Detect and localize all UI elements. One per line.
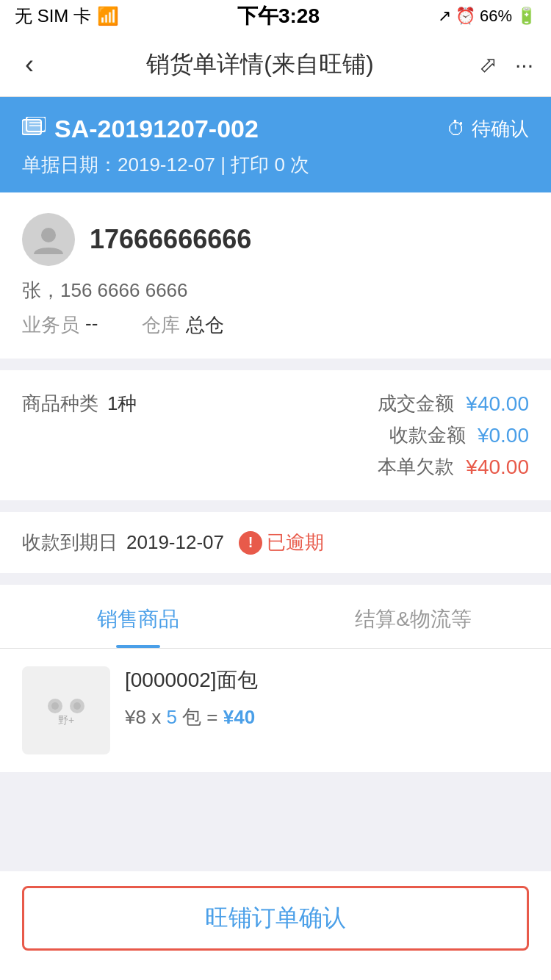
order-status: ⏱ 待确认 bbox=[447, 116, 529, 142]
order-date: 单据日期：2019-12-07 | 打印 0 次 bbox=[22, 152, 529, 178]
battery-text: 66% bbox=[480, 7, 512, 26]
warehouse: 仓库 总仓 bbox=[142, 312, 224, 338]
customer-phone: 17666666666 bbox=[90, 224, 251, 255]
product-item: 野+ [0000002]面包 ¥8 x 5 包 = ¥40 bbox=[0, 649, 551, 772]
overdue-text: 已逾期 bbox=[267, 530, 324, 555]
wifi-icon: 📶 bbox=[97, 6, 119, 26]
status-time: 下午3:28 bbox=[237, 2, 320, 30]
amount-received-value: ¥0.00 bbox=[478, 424, 529, 447]
nav-actions: ⬀ ··· bbox=[479, 51, 533, 77]
amount-owed-label: 本单欠款 bbox=[378, 454, 454, 480]
svg-text:野+: 野+ bbox=[58, 714, 74, 726]
amount-received-label: 收款金额 bbox=[389, 422, 466, 448]
warehouse-value: 总仓 bbox=[186, 312, 224, 338]
share-button[interactable]: ⬀ bbox=[479, 51, 497, 77]
bottom-bar: 旺铺订单确认 bbox=[0, 871, 551, 980]
page-title: 销货单详情(来自旺铺) bbox=[41, 48, 479, 81]
order-header-banner: SA-20191207-002 ⏱ 待确认 单据日期：2019-12-07 | … bbox=[0, 97, 551, 192]
amount-deal-value: ¥40.00 bbox=[466, 392, 529, 416]
sales-rep-value: -- bbox=[85, 312, 98, 338]
back-button[interactable]: ‹ bbox=[18, 42, 41, 87]
confirm-order-button[interactable]: 旺铺订单确认 bbox=[22, 886, 529, 951]
alarm-icon: ⏰ bbox=[455, 7, 475, 26]
tabs-header: 销售商品 结算&物流等 bbox=[0, 585, 551, 649]
status-bar: 无 SIM 卡 📶 下午3:28 ↗ ⏰ 66% 🔋 bbox=[0, 0, 551, 32]
location-icon: ↗ bbox=[438, 7, 451, 26]
amount-deal-label: 成交金额 bbox=[378, 391, 454, 417]
order-id: SA-20191207-002 bbox=[22, 115, 259, 143]
amount-deal: 成交金额 ¥40.00 bbox=[378, 391, 529, 417]
product-multiply: x bbox=[151, 706, 166, 728]
svg-point-4 bbox=[41, 228, 56, 242]
product-equals: = bbox=[206, 706, 223, 728]
status-right: ↗ ⏰ 66% 🔋 bbox=[438, 7, 536, 26]
summary-section: 商品种类 1种 成交金额 ¥40.00 收款金额 ¥0.00 本单欠款 ¥40.… bbox=[0, 370, 551, 500]
tabs-section: 销售商品 结算&物流等 野+ [0000002]面包 ¥8 x bbox=[0, 585, 551, 772]
product-unit: 包 bbox=[182, 706, 201, 728]
summary-right: 成交金额 ¥40.00 收款金额 ¥0.00 本单欠款 ¥40.00 bbox=[378, 391, 529, 480]
customer-meta: 业务员 -- 仓库 总仓 bbox=[22, 312, 529, 338]
order-id-text: SA-20191207-002 bbox=[54, 115, 259, 143]
battery-icon: 🔋 bbox=[516, 7, 536, 26]
due-date-value: 2019-12-07 bbox=[126, 531, 224, 554]
summary-left: 商品种类 1种 bbox=[22, 391, 137, 417]
status-text: 待确认 bbox=[472, 116, 529, 142]
product-total: ¥40 bbox=[223, 706, 255, 728]
nav-bar: ‹ 销货单详情(来自旺铺) ⬀ ··· bbox=[0, 32, 551, 97]
avatar bbox=[22, 213, 75, 266]
amount-received: 收款金额 ¥0.00 bbox=[389, 422, 529, 448]
customer-name-phone: 张，156 6666 6666 bbox=[22, 278, 529, 303]
product-info: [0000002]面包 ¥8 x 5 包 = ¥40 bbox=[125, 666, 529, 730]
due-section: 收款到期日 2019-12-07 ! 已逾期 bbox=[0, 512, 551, 573]
due-date-label: 收款到期日 bbox=[22, 530, 118, 555]
product-title: 面包 bbox=[217, 669, 258, 691]
product-thumbnail: 野+ bbox=[22, 666, 110, 754]
warehouse-label: 仓库 bbox=[142, 312, 180, 338]
status-clock-icon: ⏱ bbox=[447, 118, 466, 140]
more-button[interactable]: ··· bbox=[515, 52, 533, 77]
svg-point-8 bbox=[73, 702, 81, 710]
category-value: 1种 bbox=[107, 391, 137, 417]
customer-section: 17666666666 张，156 6666 6666 业务员 -- 仓库 总仓 bbox=[0, 192, 551, 359]
order-icon bbox=[22, 115, 46, 143]
product-thumb-logo: 野+ bbox=[37, 685, 96, 735]
overdue-icon: ! bbox=[239, 531, 262, 555]
svg-point-6 bbox=[51, 702, 59, 710]
tab-settlement[interactable]: 结算&物流等 bbox=[276, 585, 551, 648]
product-code: [0000002] bbox=[125, 669, 217, 691]
product-qty: 5 bbox=[166, 706, 176, 728]
sales-rep-label: 业务员 bbox=[22, 312, 79, 338]
status-left: 无 SIM 卡 📶 bbox=[15, 4, 119, 28]
sales-rep: 业务员 -- bbox=[22, 312, 98, 338]
carrier-text: 无 SIM 卡 bbox=[15, 4, 91, 28]
category-label: 商品种类 bbox=[22, 391, 98, 417]
amount-owed-value: ¥40.00 bbox=[466, 455, 529, 479]
product-unit-price: ¥8 bbox=[125, 706, 146, 728]
amount-owed: 本单欠款 ¥40.00 bbox=[378, 454, 529, 480]
overdue-badge: ! 已逾期 bbox=[239, 530, 324, 555]
product-price-row: ¥8 x 5 包 = ¥40 bbox=[125, 705, 529, 730]
tab-products[interactable]: 销售商品 bbox=[0, 585, 276, 648]
product-name: [0000002]面包 bbox=[125, 666, 529, 694]
